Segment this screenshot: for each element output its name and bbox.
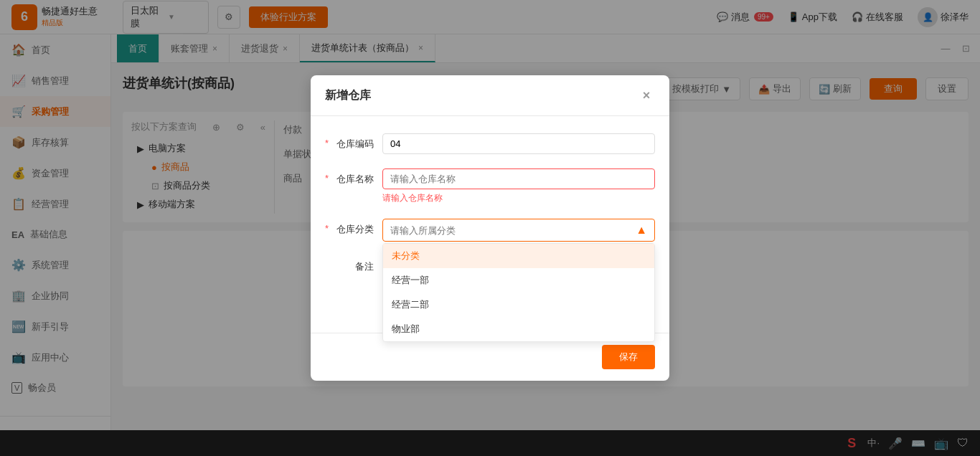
- name-input[interactable]: [382, 168, 655, 189]
- category-dropdown: 未分类 经营一部 经营二部 物业部: [382, 243, 655, 342]
- modal-title: 新增仓库: [325, 88, 371, 103]
- modal-body: 仓库编码 仓库名称 请输入仓库名称 仓库分类 ▲: [311, 116, 669, 333]
- form-row-code: 仓库编码: [325, 133, 655, 154]
- category-select-box[interactable]: ▲: [382, 219, 655, 242]
- dropdown-item-uncategorized[interactable]: 未分类: [383, 244, 654, 268]
- code-wrap: [382, 133, 655, 154]
- code-label: 仓库编码: [325, 133, 382, 151]
- category-toggle-icon[interactable]: ▲: [636, 224, 647, 237]
- name-label: 仓库名称: [325, 168, 382, 186]
- dropdown-item-dept1[interactable]: 经营一部: [383, 268, 654, 293]
- name-wrap: 请输入仓库名称: [382, 168, 655, 204]
- dropdown-item-property[interactable]: 物业部: [383, 317, 654, 341]
- category-label: 仓库分类: [325, 219, 382, 236]
- form-row-name: 仓库名称 请输入仓库名称: [325, 168, 655, 204]
- code-input[interactable]: [382, 133, 655, 154]
- remark-label: 备注: [325, 256, 382, 273]
- modal-header: 新增仓库 ×: [311, 75, 669, 116]
- form-row-category: 仓库分类 ▲ 未分类 经营一部 经营二部 物业部: [325, 219, 655, 242]
- save-button[interactable]: 保存: [602, 345, 655, 369]
- name-error-msg: 请输入仓库名称: [382, 192, 655, 204]
- category-input[interactable]: [390, 225, 636, 236]
- modal-close-btn[interactable]: ×: [638, 87, 655, 104]
- new-warehouse-modal: 新增仓库 × 仓库编码 仓库名称 请输入仓库名称 仓库分类: [311, 75, 669, 381]
- category-wrap: ▲ 未分类 经营一部 经营二部 物业部: [382, 219, 655, 242]
- modal-overlay[interactable]: 新增仓库 × 仓库编码 仓库名称 请输入仓库名称 仓库分类: [0, 0, 980, 456]
- dropdown-item-dept2[interactable]: 经营二部: [383, 293, 654, 317]
